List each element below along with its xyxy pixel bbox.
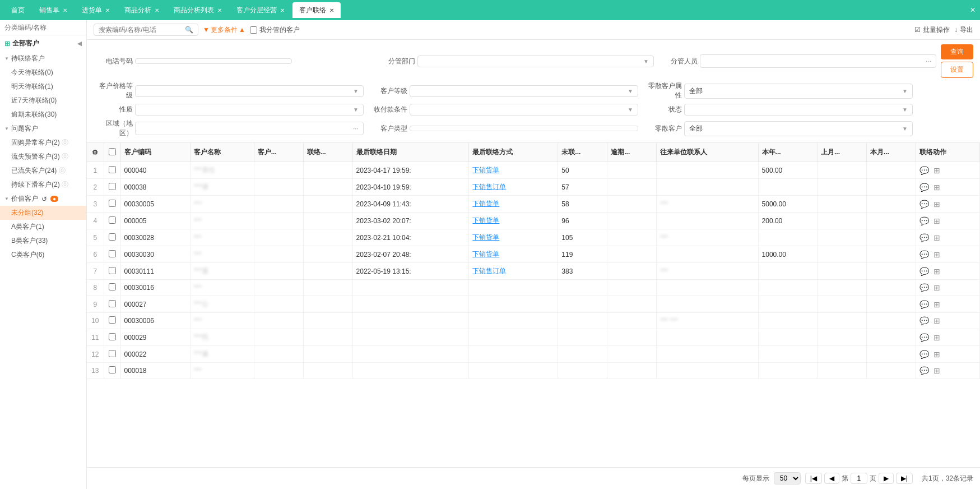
- cell-checkbox[interactable]: [104, 329, 120, 346]
- more-icon[interactable]: ⊞: [933, 316, 940, 325]
- reset-button[interactable]: 设置: [941, 62, 973, 78]
- next-page-btn[interactable]: ▶: [879, 473, 894, 484]
- select-all-checkbox[interactable]: [109, 148, 116, 155]
- my-customers-checkbox[interactable]: [250, 26, 257, 34]
- tab-sales-close[interactable]: ✕: [63, 7, 67, 13]
- customer-level-input[interactable]: ▼: [410, 85, 638, 97]
- more-icon[interactable]: ⊞: [933, 267, 940, 276]
- chat-icon[interactable]: 💬: [919, 166, 929, 175]
- row-checkbox[interactable]: [109, 333, 116, 340]
- cell-checkbox[interactable]: [104, 263, 120, 280]
- more-icon[interactable]: ⊞: [933, 216, 940, 225]
- cell-checkbox[interactable]: [104, 213, 120, 229]
- th-checkbox[interactable]: [104, 143, 120, 162]
- chat-icon[interactable]: 💬: [919, 250, 929, 259]
- tab-product-analysis[interactable]: 商品分析 ✕: [118, 2, 166, 18]
- sidebar-class-a[interactable]: A类客户(1): [0, 220, 86, 234]
- collapse-icon[interactable]: ◀: [77, 40, 82, 47]
- chat-icon[interactable]: 💬: [919, 233, 929, 242]
- row-checkbox[interactable]: [109, 250, 116, 257]
- export-btn[interactable]: ↓ 导出: [954, 25, 973, 35]
- more-icon[interactable]: ⊞: [933, 366, 940, 375]
- sidebar-overdue-pending[interactable]: 逾期未联络(30): [0, 108, 86, 122]
- gender-input[interactable]: ▼: [135, 104, 364, 116]
- cell-checkbox[interactable]: [104, 346, 120, 363]
- chat-icon[interactable]: 💬: [919, 267, 929, 276]
- sidebar-abnormal[interactable]: 固购异常客户(2) ⓪: [0, 136, 86, 150]
- customer-type-input[interactable]: [410, 126, 638, 131]
- row-checkbox[interactable]: [109, 316, 116, 324]
- cell-checkbox[interactable]: [104, 229, 120, 246]
- cell-checkbox[interactable]: [104, 313, 120, 329]
- row-checkbox[interactable]: [109, 267, 116, 274]
- more-icon[interactable]: ⊞: [933, 183, 940, 192]
- tab-product-analysis-close[interactable]: ✕: [155, 7, 159, 13]
- cell-checkbox[interactable]: [104, 280, 120, 296]
- th-settings[interactable]: ⚙: [87, 143, 104, 162]
- sidebar-unclassified[interactable]: 未分组(32): [0, 206, 86, 220]
- payment-input[interactable]: ▼: [410, 104, 638, 116]
- row-checkbox[interactable]: [109, 366, 116, 373]
- status-input[interactable]: ▼: [684, 104, 913, 116]
- more-icon[interactable]: ⊞: [933, 350, 940, 359]
- sidebar-search-input[interactable]: [4, 24, 87, 31]
- more-icon[interactable]: ⊞: [933, 250, 940, 259]
- chat-icon[interactable]: 💬: [919, 183, 929, 192]
- my-customers-check[interactable]: 我分管的客户: [250, 25, 300, 35]
- refresh-icon[interactable]: ↺: [41, 195, 47, 203]
- main-search-input[interactable]: [99, 26, 183, 34]
- row-checkbox[interactable]: [109, 300, 116, 307]
- cell-checkbox[interactable]: [104, 196, 120, 213]
- problem-group[interactable]: ▼ 问题客户: [0, 122, 86, 136]
- more-filters-btn[interactable]: ▼ 更多条件 ▲: [203, 25, 245, 35]
- all-customers-header[interactable]: ⊞ 全部客户 ◀: [0, 35, 86, 52]
- row-checkbox[interactable]: [109, 233, 116, 241]
- chat-icon[interactable]: 💬: [919, 316, 929, 325]
- last-method-link[interactable]: 下销货单: [472, 250, 499, 258]
- chat-icon[interactable]: 💬: [919, 216, 929, 225]
- more-icon[interactable]: ⊞: [933, 283, 940, 292]
- more-icon[interactable]: ⊞: [933, 166, 940, 175]
- per-page-select[interactable]: 50: [774, 472, 801, 485]
- sidebar-class-b[interactable]: B类客户(33): [0, 234, 86, 248]
- sidebar-near7-pending[interactable]: 近7天待联络(0): [0, 94, 86, 108]
- row-checkbox[interactable]: [109, 166, 116, 173]
- chat-icon[interactable]: 💬: [919, 200, 929, 209]
- retail-attr-input[interactable]: 全部 ▼: [684, 84, 913, 99]
- sidebar-churn-warning[interactable]: 流失预警客户(3) ⓪: [0, 150, 86, 164]
- manager-input[interactable]: ···: [700, 54, 936, 68]
- last-page-btn[interactable]: ▶|: [896, 473, 913, 484]
- last-method-link[interactable]: 下销货单: [472, 166, 499, 174]
- tab-product-analysis-list[interactable]: 商品分析列表 ✕: [167, 2, 229, 18]
- chat-icon[interactable]: 💬: [919, 350, 929, 359]
- tab-customer-tier-close[interactable]: ✕: [280, 7, 285, 13]
- price-level-input[interactable]: ▼: [135, 85, 364, 97]
- pending-group[interactable]: ▼ 待联络客户: [0, 52, 86, 66]
- sidebar-class-c[interactable]: C类客户(6): [0, 248, 86, 262]
- row-checkbox[interactable]: [109, 183, 116, 190]
- batch-ops-btn[interactable]: ☑ 批量操作: [914, 25, 950, 35]
- sidebar-today-pending[interactable]: 今天待联络(0): [0, 66, 86, 80]
- region-input[interactable]: ···: [135, 122, 364, 135]
- sidebar-lost[interactable]: 已流失客户(24) ⓪: [0, 164, 86, 178]
- last-method-link[interactable]: 下销货单: [472, 200, 499, 207]
- last-method-link[interactable]: 下销货单: [472, 216, 499, 224]
- row-checkbox[interactable]: [109, 216, 116, 224]
- sidebar-decreasing[interactable]: 持续下滑客户(2) ⓪: [0, 178, 86, 192]
- dept-input[interactable]: ▼: [417, 56, 654, 67]
- row-checkbox[interactable]: [109, 350, 116, 357]
- tab-home[interactable]: 首页: [4, 2, 31, 18]
- last-method-link[interactable]: 下销售订单: [472, 183, 506, 191]
- more-icon[interactable]: ⊞: [933, 233, 940, 242]
- last-method-link[interactable]: 下销货单: [472, 233, 499, 241]
- retail-input[interactable]: 全部 ▼: [684, 121, 913, 136]
- chat-icon[interactable]: 💬: [919, 283, 929, 292]
- row-checkbox[interactable]: [109, 200, 116, 207]
- prev-page-btn[interactable]: ◀: [824, 473, 839, 484]
- cell-checkbox[interactable]: [104, 179, 120, 196]
- tab-product-analysis-list-close[interactable]: ✕: [217, 7, 222, 13]
- cell-checkbox[interactable]: [104, 296, 120, 313]
- chat-icon[interactable]: 💬: [919, 333, 929, 342]
- tab-customer-tier[interactable]: 客户分层经营 ✕: [230, 2, 291, 18]
- more-icon[interactable]: ⊞: [933, 300, 940, 309]
